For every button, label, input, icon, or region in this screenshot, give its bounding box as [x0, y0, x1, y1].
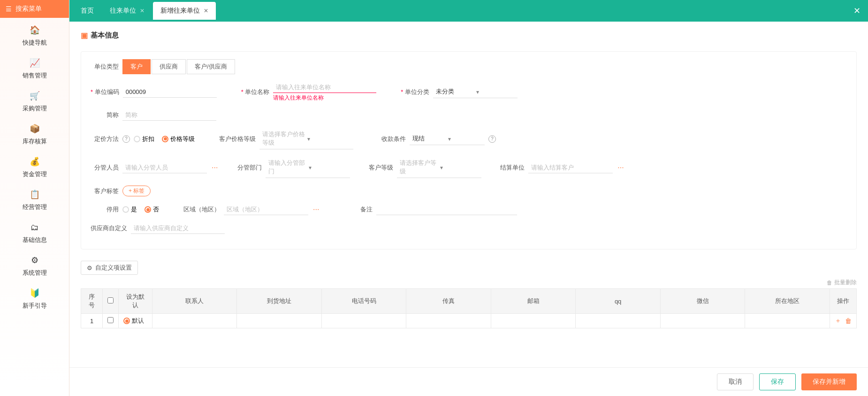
sidebar-search[interactable]: ☰ 搜索菜单 — [0, 0, 69, 18]
remark-field: 备注 — [344, 204, 517, 215]
row-default-radio[interactable]: 默认 — [123, 317, 147, 325]
sidebar-item-quick-nav[interactable]: 🏠 快捷导航 — [0, 18, 69, 51]
supplier-custom-input[interactable] — [131, 223, 225, 234]
row-region[interactable] — [745, 314, 830, 328]
tab-home[interactable]: 首页 — [73, 2, 101, 20]
row-fax[interactable] — [406, 314, 491, 328]
batch-delete-btn[interactable]: 🗑 批量删除 — [827, 279, 857, 287]
code-name-row: 单位编码 单位名称 请输入往来单位名称 单位分类 未分类 — [91, 82, 847, 102]
radio-yes-label: 是 — [131, 205, 137, 214]
row-default: 默认 — [119, 314, 152, 328]
form-content: ▣ 基本信息 单位类型 客户 供应商 客户/供应商 单位编码 — [69, 22, 868, 367]
sidebar-item-label: 采购管理 — [23, 104, 47, 113]
price-level-placeholder: 请选择客户价格等级 — [262, 130, 305, 147]
row-email-input[interactable] — [496, 318, 571, 325]
sidebar-item-purchase[interactable]: 🛒 采购管理 — [0, 84, 69, 116]
manager-dots[interactable]: ··· — [211, 163, 219, 172]
unit-type-btn-group: 客户 供应商 客户/供应商 — [122, 59, 235, 74]
row-fax-input[interactable] — [411, 318, 486, 325]
sidebar-item-inventory[interactable]: 📦 库存核算 — [0, 116, 69, 149]
cancel-button[interactable]: 取消 — [717, 373, 754, 390]
window-close-btn[interactable]: ✕ — [850, 4, 864, 18]
customer-level-select[interactable]: 请选择客户等级 — [397, 157, 481, 178]
custom-settings-btn[interactable]: ⚙ 自定义项设置 — [81, 261, 138, 275]
manager-field: 分管人员 ··· — [91, 162, 219, 173]
select-all-checkbox[interactable] — [107, 297, 114, 303]
row-region-input[interactable] — [750, 318, 824, 325]
sidebar-item-system[interactable]: ⚙ 系统管理 — [0, 248, 69, 281]
section-title: 基本信息 — [91, 31, 119, 40]
col-wechat: 微信 — [660, 289, 745, 314]
tags-label: 客户标签 — [91, 187, 119, 195]
payment-help-icon[interactable]: ? — [488, 135, 496, 143]
disabled-row: 停用 是 否 区域（地区） ··· — [91, 204, 847, 215]
tab-new-partner[interactable]: 新增往来单位 ✕ — [153, 2, 216, 20]
radio-discount[interactable]: 折扣 — [134, 135, 154, 143]
code-input[interactable] — [123, 86, 217, 98]
settlement-dots[interactable]: ··· — [617, 163, 624, 172]
row-contact[interactable] — [152, 314, 236, 328]
row-address-input[interactable] — [242, 318, 316, 325]
table-section: ⚙ 自定义项设置 🗑 批量删除 序号 设为默认 联系人 到货地址 — [81, 261, 857, 328]
tab-new-partner-label: 新增往来单位 — [160, 7, 200, 15]
add-tag-btn[interactable]: + 标签 — [122, 186, 151, 196]
row-qq-input[interactable] — [580, 318, 655, 325]
abbr-input[interactable] — [122, 109, 216, 121]
sidebar-item-beginner[interactable]: 🔰 新手引导 — [0, 281, 69, 314]
category-chevron — [476, 88, 515, 95]
sidebar-item-basic-info[interactable]: 🗂 基础信息 — [0, 215, 69, 248]
purchase-icon: 🛒 — [28, 89, 41, 102]
tab-new-partner-close[interactable]: ✕ — [204, 8, 208, 14]
radio-price-level[interactable]: 价格等级 — [162, 135, 195, 143]
tab-partners[interactable]: 往来单位 ✕ — [102, 2, 152, 20]
row-phone-input[interactable] — [327, 318, 401, 325]
row-address[interactable] — [237, 314, 321, 328]
batch-delete-icon: 🗑 — [827, 280, 832, 286]
pricing-help-icon[interactable]: ? — [122, 135, 130, 143]
disabled-field: 停用 是 否 — [91, 205, 159, 214]
region-input[interactable] — [224, 204, 308, 215]
row-wechat[interactable] — [660, 314, 745, 328]
category-select[interactable]: 未分类 — [433, 85, 518, 98]
manager-input[interactable] — [122, 162, 207, 173]
remark-input[interactable] — [376, 204, 517, 215]
price-level-select[interactable]: 请选择客户价格等级 — [259, 128, 353, 149]
payment-select[interactable]: 现结 — [410, 132, 485, 145]
row-delete-btn[interactable]: 🗑 — [845, 317, 852, 325]
contacts-table: 序号 设为默认 联系人 到货地址 电话号码 传真 邮箱 qq 微信 所在地区 操… — [81, 288, 857, 328]
code-label: 单位编码 — [91, 88, 119, 96]
quick-nav-icon: 🏠 — [28, 23, 41, 37]
operations-icon: 📋 — [28, 188, 41, 201]
sidebar-item-finance[interactable]: 💰 资金管理 — [0, 149, 69, 182]
payment-field: 收款条件 现结 ? — [378, 132, 496, 145]
save-button[interactable]: 保存 — [759, 373, 796, 390]
sidebar-item-operations[interactable]: 📋 经营管理 — [0, 182, 69, 215]
section-header: ▣ 基本信息 — [81, 31, 857, 40]
row-qq[interactable] — [576, 314, 661, 328]
radio-discount-circle — [134, 136, 140, 142]
tab-partners-close[interactable]: ✕ — [140, 8, 145, 14]
save-new-button[interactable]: 保存并新增 — [801, 373, 857, 390]
dept-select[interactable]: 请输入分管部门 — [266, 157, 350, 178]
settlement-input[interactable] — [528, 162, 613, 173]
col-email: 邮箱 — [491, 289, 575, 314]
row-contact-input[interactable] — [157, 318, 232, 325]
btn-customer[interactable]: 客户 — [122, 59, 151, 74]
row-email[interactable] — [491, 314, 575, 328]
code-field: 单位编码 — [91, 86, 217, 98]
radio-yes[interactable]: 是 — [122, 205, 137, 214]
btn-both[interactable]: 客户/供应商 — [187, 59, 235, 74]
row-checkbox[interactable] — [107, 317, 114, 323]
sidebar-item-sales[interactable]: 📈 销售管理 — [0, 51, 69, 84]
row-phone[interactable] — [321, 314, 406, 328]
table-row: 1 默认 — [81, 314, 857, 328]
row-add-btn[interactable]: ＋ — [835, 317, 841, 325]
radio-no[interactable]: 否 — [145, 205, 159, 214]
name-input[interactable] — [273, 82, 376, 93]
col-seq: 序号 — [81, 289, 103, 314]
btn-supplier[interactable]: 供应商 — [152, 59, 186, 74]
search-icon: ☰ — [6, 5, 12, 13]
region-dots[interactable]: ··· — [312, 205, 320, 214]
footer: 取消 保存 保存并新增 — [69, 367, 868, 396]
row-wechat-input[interactable] — [665, 318, 740, 325]
